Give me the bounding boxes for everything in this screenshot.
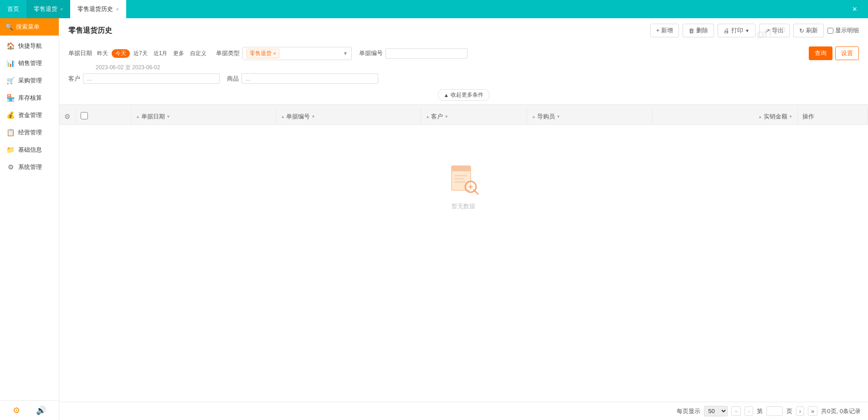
top-bar: 首页 零售退货 × 零售退货历史 × ×: [0, 0, 868, 18]
delete-button[interactable]: 🗑 删除: [683, 24, 714, 37]
voucher-type-arrow-icon: ▼: [343, 51, 348, 56]
sidebar-item-finance[interactable]: 💰 资金管理: [0, 107, 59, 124]
sidebar-item-purchase-mgmt[interactable]: 🛒 采购管理: [0, 72, 59, 89]
tab-home[interactable]: 首页: [0, 0, 26, 18]
customer-input-box[interactable]: ...: [83, 73, 220, 84]
sidebar-item-system[interactable]: ⚙ 系统管理: [0, 159, 59, 176]
export-button[interactable]: ↗ 导出: [759, 24, 790, 37]
first-page-button[interactable]: «: [731, 406, 741, 416]
sort-guide[interactable]: ▲ 导购员 ▼: [532, 113, 560, 121]
th-amount-label: 实销金额: [764, 113, 787, 121]
th-date[interactable]: ▲ 单据日期 ▼: [131, 108, 276, 125]
th-settings: ⚙: [59, 108, 76, 125]
date-btn-more[interactable]: 更多: [171, 49, 186, 58]
table-body: 暂无数据: [59, 125, 868, 247]
refresh-label: 刷新: [806, 26, 818, 35]
query-action-group: 查询 设置: [809, 46, 859, 60]
th-amount[interactable]: ▲ 实销金额 ▼: [652, 108, 797, 125]
pagination-bar: 每页显示 10 20 50 100 « ‹ 第 1 页 › » 共0页, 0条记…: [59, 402, 868, 420]
voucher-type-tag-text: 零售退货: [250, 50, 272, 57]
tab-retail-return-history-close[interactable]: ×: [116, 6, 118, 12]
th-no-label: 单据编号: [286, 113, 310, 121]
th-checkbox: [76, 108, 131, 125]
system-icon: ⚙: [6, 163, 15, 171]
sort-up-icon: ▲: [136, 114, 140, 119]
page-input[interactable]: 1: [766, 406, 783, 416]
goods-input-box[interactable]: ...: [241, 73, 378, 84]
sort-guide-down-icon: ▼: [556, 114, 560, 119]
th-no[interactable]: ▲ 单据编号 ▼: [276, 108, 421, 125]
refresh-icon: ↻: [799, 27, 804, 34]
filter-area: 单据日期 昨天 今天 近7天 近1月 更多 自定义 单据类型: [68, 43, 859, 104]
refresh-button[interactable]: ↻ 刷新: [793, 24, 824, 37]
tab-retail-return-history[interactable]: 零售退货历史 ×: [70, 0, 126, 18]
sort-no-down-icon: ▼: [311, 114, 315, 119]
settings-bottom-icon[interactable]: ⚙: [13, 405, 20, 415]
top-bar-right: ×: [848, 5, 868, 14]
th-guide[interactable]: ▲ 导购员 ▼: [527, 108, 652, 125]
date-btn-today[interactable]: 今天: [112, 49, 130, 58]
date-btn-7days[interactable]: 近7天: [131, 49, 150, 58]
voucher-type-select[interactable]: 零售退货 × ▼: [242, 47, 352, 60]
sidebar-item-inventory[interactable]: 🏪 库存核算: [0, 89, 59, 107]
sort-down-icon: ▼: [166, 114, 170, 119]
sidebar-item-quick-nav-label: 快捷导航: [18, 42, 42, 50]
show-detail-checkbox[interactable]: [827, 28, 833, 34]
page-title-row: 零售退货历史 + 新增 🗑 删除 🖨 打印 ▼ ↗ 导出: [68, 24, 859, 37]
print-label: 打印: [731, 26, 743, 35]
settings-filter-button[interactable]: 设置: [835, 46, 859, 60]
tab-list: 首页 零售退货 × 零售退货历史 ×: [0, 0, 848, 18]
tab-retail-return-history-label: 零售退货历史: [77, 5, 113, 13]
page-label: 页: [786, 407, 792, 415]
export-icon: ↗: [765, 27, 770, 34]
voucher-no-label: 单据编号: [359, 49, 383, 57]
tab-retail-return[interactable]: 零售退货 ×: [26, 0, 70, 18]
sort-customer[interactable]: ▲ 客户 ▼: [426, 113, 448, 121]
sort-no-up-icon: ▲: [281, 114, 285, 119]
last-page-button[interactable]: »: [808, 406, 817, 416]
date-btn-1month[interactable]: 近1月: [151, 49, 170, 58]
sidebar-search[interactable]: 🔍 搜索菜单: [0, 18, 59, 36]
sidebar-item-finance-label: 资金管理: [18, 111, 42, 119]
show-detail-checkbox-label[interactable]: 显示明细: [827, 26, 859, 35]
customer-placeholder: ...: [87, 75, 92, 82]
prev-page-button[interactable]: ‹: [745, 406, 753, 416]
delete-label: 删除: [696, 26, 708, 35]
collapse-button[interactable]: ▲ 收起更多条件: [438, 89, 490, 101]
voucher-type-tag-close[interactable]: ×: [273, 51, 276, 56]
volume-icon[interactable]: 🔊: [36, 405, 46, 415]
date-btn-custom[interactable]: 自定义: [188, 49, 209, 58]
voucher-type-label: 单据类型: [216, 49, 240, 57]
sidebar-item-basic-info[interactable]: 📁 基础信息: [0, 141, 59, 159]
goods-filter: 商品 ...: [227, 73, 378, 84]
voucher-type-filter: 单据类型 零售退货 × ▼: [216, 47, 352, 60]
main-layout: 🔍 搜索菜单 🏠 快捷导航 📊 销售管理 🛒 采购管理 🏪 库存核算 💰: [0, 18, 868, 420]
new-button[interactable]: + 新增: [650, 24, 679, 37]
sidebar-item-operations[interactable]: 📋 经营管理: [0, 124, 59, 141]
table-settings-icon[interactable]: ⚙: [64, 113, 70, 120]
query-button[interactable]: 查询: [809, 46, 832, 60]
collapse-up-icon: ▲: [444, 92, 449, 98]
th-ops-label: 操作: [802, 113, 814, 120]
finance-icon: 💰: [6, 111, 15, 119]
search-icon: 🔍: [5, 23, 13, 31]
table-header-row: ⚙ ▲ 单据日期 ▼: [59, 108, 868, 125]
sort-amount[interactable]: ▲ 实销金额 ▼: [758, 113, 793, 121]
tab-retail-return-close[interactable]: ×: [60, 6, 63, 12]
tab-home-label: 首页: [7, 5, 19, 13]
next-page-button[interactable]: ›: [796, 406, 804, 416]
sidebar-item-sales-mgmt[interactable]: 📊 销售管理: [0, 55, 59, 72]
window-close-button[interactable]: ×: [848, 5, 861, 14]
sidebar-item-quick-nav[interactable]: 🏠 快捷导航: [0, 37, 59, 55]
print-button[interactable]: 🖨 打印 ▼: [718, 24, 755, 37]
goods-placeholder: ...: [246, 75, 251, 82]
sort-no[interactable]: ▲ 单据编号 ▼: [281, 113, 315, 121]
sort-date[interactable]: ▲ 单据日期 ▼: [136, 113, 170, 121]
select-all-checkbox[interactable]: [81, 112, 88, 119]
page-size-select[interactable]: 10 20 50 100: [704, 406, 728, 416]
th-customer[interactable]: ▲ 客户 ▼: [421, 108, 527, 125]
voucher-no-input[interactable]: [385, 48, 467, 59]
sidebar-bottom: ⚙ 🔊: [0, 400, 59, 420]
date-btn-yesterday[interactable]: 昨天: [95, 49, 110, 58]
goods-label: 商品: [227, 75, 239, 83]
